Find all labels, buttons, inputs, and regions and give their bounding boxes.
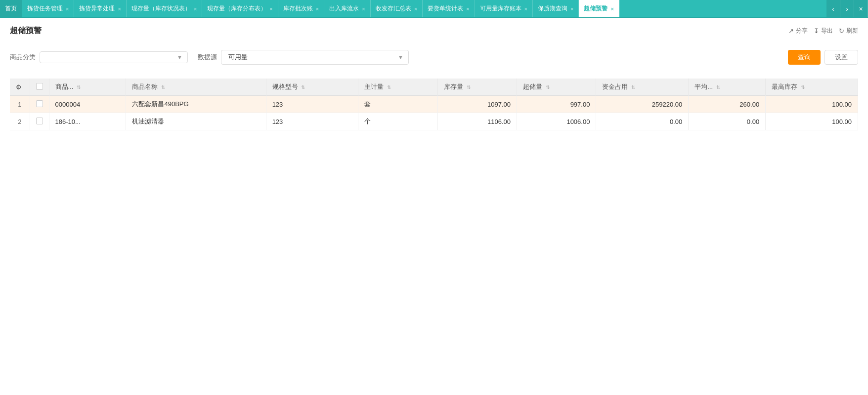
th-overstock[interactable]: 超储量 ⇅ [517, 79, 596, 96]
nav-tab-home[interactable]: 首页 [0, 0, 22, 18]
sort-icon-product_name: ⇅ [160, 84, 165, 90]
nav-tab-close[interactable]: × [66, 6, 69, 12]
nav-tab-avail-ledger[interactable]: 可用量库存账本 × [475, 0, 533, 18]
nav-tab-batch[interactable]: 库存批次账 × [278, 0, 324, 18]
nav-tab-label: 现存量（库存状况表） [131, 4, 191, 13]
datasource-select[interactable]: 可用量 ▼ [221, 50, 409, 65]
th-unit[interactable]: 主计量 ⇅ [358, 79, 437, 96]
row-checkbox[interactable] [36, 118, 43, 124]
td-unit: 套 [358, 96, 437, 113]
th-checkbox [30, 79, 49, 96]
th-label-capital: 资金占用 [602, 83, 628, 90]
page-title: 超储预警 [10, 26, 42, 36]
category-select[interactable]: ▼ [40, 51, 188, 63]
sort-icon-avg: ⇅ [715, 84, 720, 90]
nav-tab-label: 收发存汇总表 [376, 4, 411, 13]
nav-tab-label: 超储预警 [584, 4, 608, 13]
th-product_code[interactable]: 商品... ⇅ [49, 79, 126, 96]
th-avg[interactable]: 平均... ⇅ [689, 79, 766, 96]
nav-tab-close[interactable]: × [414, 6, 417, 12]
th-label-overstock: 超储量 [523, 83, 542, 90]
share-icon: ↗ [788, 27, 794, 35]
nav-tab-label: 可用量库存账本 [480, 4, 521, 13]
td-overstock: 1006.00 [517, 113, 596, 130]
nav-tab-close[interactable]: × [194, 6, 197, 12]
td-product_name: 六配套新昌490BPG [126, 96, 266, 113]
nav-tab-close[interactable]: × [610, 6, 613, 12]
td-product_code: 0000004 [49, 96, 126, 113]
td-product_name: 机油滤清器 [126, 113, 266, 130]
select-all-checkbox[interactable] [36, 83, 43, 90]
refresh-button[interactable]: ↻ 刷新 [839, 27, 858, 35]
nav-arrow-left[interactable]: ‹ [826, 0, 840, 18]
nav-tab-label: 库存批次账 [283, 4, 313, 13]
th-label-avg: 平均... [694, 83, 713, 90]
nav-tab-receive-send[interactable]: 收发存汇总表 × [371, 0, 423, 18]
th-settings: ⚙ [10, 79, 30, 96]
filter-area: 商品分类 ▼ 数据源 可用量 ▼ 查询 设置 [10, 44, 858, 71]
table-row: 10000004六配套新昌490BPG123套1097.00997.002592… [10, 96, 858, 113]
th-label-spec: 规格型号 [272, 83, 298, 90]
nav-tab-close[interactable]: × [362, 6, 365, 12]
nav-tab-close[interactable]: × [269, 6, 272, 12]
share-button[interactable]: ↗ 分享 [788, 27, 808, 35]
nav-tab-quality-check[interactable]: 保质期查询 × [533, 0, 579, 18]
filter-actions: 查询 设置 [788, 50, 858, 65]
nav-tab-close[interactable]: × [118, 6, 121, 12]
nav-tab-close[interactable]: × [570, 6, 573, 12]
nav-arrow-close[interactable]: × [854, 0, 868, 18]
nav-tab-task-mgmt[interactable]: 拣货任务管理 × [22, 0, 74, 18]
main-content: 超储预警 ↗ 分享 ↧ 导出 ↻ 刷新 商品分类 ▼ 数据源 [0, 18, 868, 395]
nav-tab-close[interactable]: × [524, 6, 527, 12]
settings-button[interactable]: 设置 [825, 50, 858, 65]
category-dropdown-arrow: ▼ [177, 54, 182, 60]
th-label-unit: 主计量 [364, 83, 384, 90]
nav-arrow-right[interactable]: › [840, 0, 854, 18]
nav-tab-label: 首页 [5, 4, 17, 13]
row-checkbox[interactable] [36, 100, 43, 107]
datasource-dropdown-arrow: ▼ [398, 54, 403, 60]
th-capital[interactable]: 资金占用 ⇅ [596, 79, 689, 96]
nav-tab-close[interactable]: × [316, 6, 319, 12]
table-container: ⚙商品... ⇅商品名称 ⇅规格型号 ⇅主计量 ⇅库存量 ⇅超储量 ⇅资金占用 … [10, 79, 858, 130]
td-overstock: 997.00 [517, 96, 596, 113]
td-max_stock: 100.00 [766, 96, 858, 113]
nav-tab-inventory-status[interactable]: 现存量（库存状况表） × [127, 0, 202, 18]
td-capital: 0.00 [596, 113, 689, 130]
nav-tab-exception[interactable]: 拣货异常处理 × [74, 0, 126, 18]
th-spec[interactable]: 规格型号 ⇅ [266, 79, 358, 96]
nav-tab-label: 出入库流水 [329, 4, 359, 13]
data-table: ⚙商品... ⇅商品名称 ⇅规格型号 ⇅主计量 ⇅库存量 ⇅超储量 ⇅资金占用 … [10, 79, 858, 130]
sort-icon-overstock: ⇅ [544, 84, 550, 90]
nav-tab-inventory-dist[interactable]: 现存量（库存分布表） × [202, 0, 278, 18]
export-button[interactable]: ↧ 导出 [814, 27, 833, 35]
td-index: 1 [10, 96, 30, 113]
table-body: 10000004六配套新昌490BPG123套1097.00997.002592… [10, 96, 858, 130]
td-avg: 0.00 [689, 113, 766, 130]
datasource-value: 可用量 [228, 53, 248, 62]
nav-tab-inout-flow[interactable]: 出入库流水 × [324, 0, 370, 18]
datasource-filter: 数据源 可用量 ▼ [198, 50, 409, 65]
export-icon: ↧ [814, 27, 819, 35]
td-spec: 123 [266, 96, 358, 113]
settings-gear-icon[interactable]: ⚙ [16, 83, 22, 91]
sort-icon-capital: ⇅ [630, 84, 635, 90]
th-label-product_code: 商品... [55, 83, 74, 90]
th-product_name[interactable]: 商品名称 ⇅ [126, 79, 266, 96]
nav-tab-label: 现存量（库存分布表） [207, 4, 266, 13]
sort-icon-spec: ⇅ [300, 84, 305, 90]
th-stock[interactable]: 库存量 ⇅ [437, 79, 517, 96]
td-max_stock: 100.00 [766, 113, 858, 130]
nav-tab-order-stats[interactable]: 要货单统计表 × [423, 0, 475, 18]
query-button[interactable]: 查询 [788, 50, 821, 65]
nav-tab-label: 拣货异常处理 [79, 4, 115, 13]
nav-tab-label: 拣货任务管理 [27, 4, 63, 13]
nav-tab-overstock-warning[interactable]: 超储预警 × [579, 0, 619, 18]
th-max_stock[interactable]: 最高库存 ⇅ [766, 79, 858, 96]
td-checkbox[interactable] [30, 113, 49, 130]
nav-tab-close[interactable]: × [466, 6, 469, 12]
th-label-stock: 库存量 [444, 83, 463, 90]
td-index: 2 [10, 113, 30, 130]
td-product_code: 186-10... [49, 113, 126, 130]
td-checkbox[interactable] [30, 96, 49, 113]
